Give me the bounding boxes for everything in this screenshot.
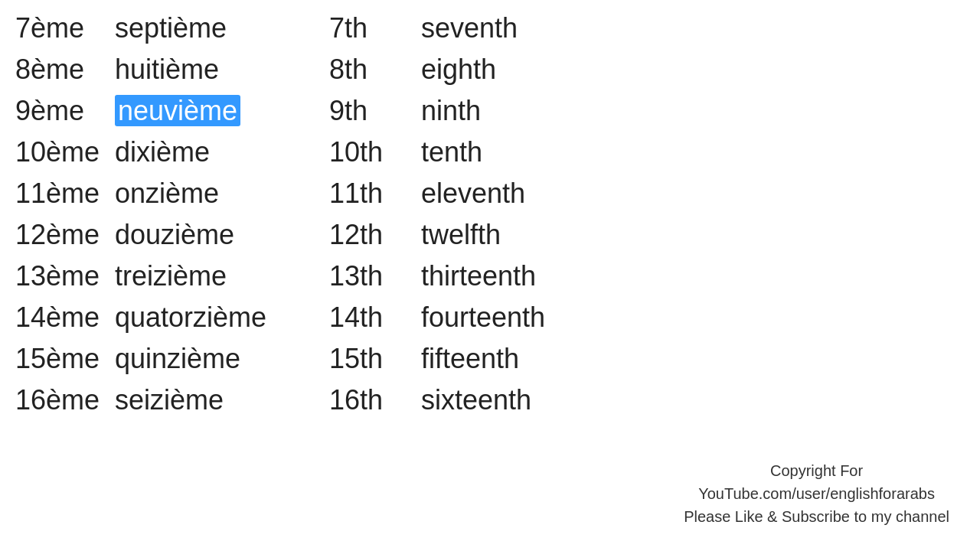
cell-ordinal: 8th [329,54,421,86]
cell-num: 7ème [15,12,115,44]
cell-french: dixième [115,136,329,168]
cell-french: onzième [115,178,329,210]
cell-num: 9ème [15,95,115,127]
cell-num: 15ème [15,343,115,375]
cell-english: sixteenth [421,384,620,416]
cell-ordinal: 9th [329,95,421,127]
highlighted-word: neuvième [115,95,240,126]
table-row: 14èmequatorzième14thfourteenth [15,297,965,338]
cell-num: 13ème [15,260,115,292]
copyright-notice: Copyright For YouTube.com/user/englishfo… [684,459,949,528]
cell-french: septième [115,12,329,44]
cell-num: 8ème [15,54,115,86]
cell-english: thirteenth [421,260,620,292]
cell-ordinal: 13th [329,260,421,292]
table-row: 9èmeneuvième9thninth [15,90,965,132]
cell-ordinal: 12th [329,219,421,251]
cell-english: twelfth [421,219,620,251]
cell-english: fourteenth [421,302,620,334]
cell-ordinal: 15th [329,343,421,375]
cell-english: seventh [421,12,620,44]
cell-english: eleventh [421,178,620,210]
cell-ordinal: 10th [329,136,421,168]
copyright-line1: Copyright For [770,462,863,479]
cell-french: douzième [115,219,329,251]
table-row: 8èmehuitième8theighth [15,49,965,90]
cell-num: 10ème [15,136,115,168]
cell-english: ninth [421,95,620,127]
cell-ordinal: 7th [329,12,421,44]
cell-num: 16ème [15,384,115,416]
copyright-line3: Please Like & Subscribe to my channel [684,508,949,525]
cell-ordinal: 14th [329,302,421,334]
cell-english: tenth [421,136,620,168]
cell-english: eighth [421,54,620,86]
cell-ordinal: 16th [329,384,421,416]
cell-french: quinzième [115,343,329,375]
copyright-line2: YouTube.com/user/englishforarabs [698,485,935,502]
cell-french: huitième [115,54,329,86]
table-row: 15èmequinzième15thfifteenth [15,338,965,380]
table-row: 12èmedouzième12thtwelfth [15,214,965,256]
table-row: 7èmeseptième7thseventh [15,8,965,49]
table-row: 16èmeseizième16thsixteenth [15,380,965,421]
cell-french: quatorzième [115,302,329,334]
cell-num: 14ème [15,302,115,334]
cell-english: fifteenth [421,343,620,375]
ordinals-table: 7èmeseptième7thseventh8èmehuitième8theig… [0,0,980,429]
cell-ordinal: 11th [329,178,421,210]
table-row: 11èmeonzième11theleventh [15,173,965,214]
table-row: 10èmedixième10thtenth [15,132,965,173]
cell-french: neuvième [115,95,329,127]
cell-french: treizième [115,260,329,292]
cell-num: 12ème [15,219,115,251]
cell-num: 11ème [15,178,115,210]
table-row: 13èmetreizième13ththirteenth [15,256,965,297]
cell-french: seizième [115,384,329,416]
